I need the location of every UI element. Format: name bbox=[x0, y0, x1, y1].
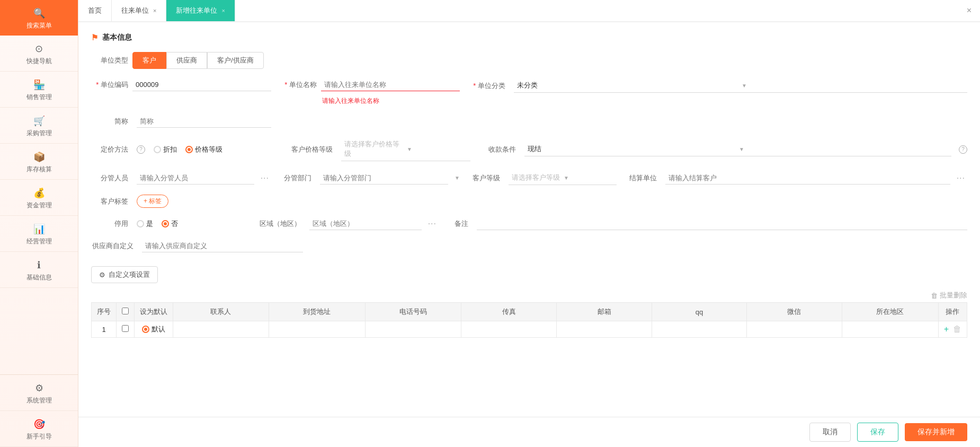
save-and-add-button[interactable]: 保存并新增 bbox=[905, 423, 967, 441]
region-more-icon[interactable]: ··· bbox=[426, 219, 439, 229]
tab-partners-label: 往来单位 bbox=[121, 6, 149, 15]
tab-new-partner-close[interactable]: × bbox=[221, 7, 225, 14]
row-default-radio[interactable] bbox=[142, 326, 149, 333]
supervisor-input[interactable] bbox=[137, 172, 254, 185]
customer-level-select[interactable]: 请选择客户等级 ▼ bbox=[509, 171, 617, 185]
row-checkbox[interactable] bbox=[122, 325, 129, 332]
add-tag-button[interactable]: + 标签 bbox=[137, 195, 168, 208]
table-header-row: 序号 设为默认 联系人 到货地址 电话号码 传真 邮箱 qq 微信 所在地区 操… bbox=[92, 303, 967, 321]
short-name-input[interactable] bbox=[137, 115, 271, 128]
customer-price-level-field: 客户价格等级 请选择客户价格等级 ▼ bbox=[290, 137, 470, 161]
sidebar-item-finance[interactable]: 💰 资金管理 bbox=[0, 180, 78, 216]
supervisor-more-icon[interactable]: ··· bbox=[259, 173, 271, 183]
row-address-input[interactable] bbox=[274, 326, 360, 334]
supervisor-label: 分管人员 bbox=[91, 173, 128, 183]
row-qq-input[interactable] bbox=[657, 326, 741, 334]
row-fax-input[interactable] bbox=[467, 326, 551, 334]
remark-input[interactable] bbox=[477, 217, 967, 230]
batch-delete-area: 🗑 批量删除 bbox=[91, 291, 967, 300]
payment-terms-value: 现结 bbox=[528, 144, 737, 154]
radio-no[interactable]: 否 bbox=[162, 219, 178, 229]
row-add-button[interactable]: + bbox=[944, 325, 949, 334]
btn-supplier[interactable]: 供应商 bbox=[166, 52, 207, 69]
radio-discount[interactable]: 折扣 bbox=[154, 145, 177, 154]
row-region-input[interactable] bbox=[848, 326, 933, 334]
sidebar-item-search[interactable]: 🔍 搜索菜单 bbox=[0, 0, 78, 36]
tab-bar: 首页 往来单位 × 新增往来单位 × × bbox=[78, 0, 980, 22]
settlement-unit-input[interactable] bbox=[665, 172, 950, 185]
contacts-table: 序号 设为默认 联系人 到货地址 电话号码 传真 邮箱 qq 微信 所在地区 操… bbox=[91, 302, 967, 338]
tab-home-label: 首页 bbox=[88, 6, 102, 15]
payment-terms-field: 收款条件 现结 ▼ ? bbox=[479, 142, 967, 156]
sys-mgmt-icon: ⚙ bbox=[35, 382, 43, 394]
payment-arrow-icon: ▼ bbox=[739, 146, 948, 152]
window-close-btn[interactable]: × bbox=[958, 6, 980, 15]
col-qq: qq bbox=[652, 303, 746, 321]
basic-info-icon: ℹ bbox=[37, 259, 41, 271]
unit-category-label: 单位分类 bbox=[468, 81, 505, 91]
cell-email bbox=[557, 321, 652, 338]
sidebar-item-purchase[interactable]: 🛒 采购管理 bbox=[0, 108, 78, 144]
pricing-help-icon[interactable]: ? bbox=[137, 145, 145, 154]
region-input[interactable] bbox=[309, 217, 422, 230]
supplier-custom-field: 供应商自定义 bbox=[91, 240, 303, 252]
payment-terms-select[interactable]: 现结 ▼ bbox=[524, 142, 951, 156]
table-row: 1 默认 bbox=[92, 321, 967, 338]
new-guide-icon: 🎯 bbox=[33, 418, 45, 430]
radio-yes-circle bbox=[137, 220, 144, 227]
row-phone-input[interactable] bbox=[371, 326, 456, 334]
customer-price-level-select[interactable]: 请选择客户价格等级 ▼ bbox=[341, 137, 470, 161]
operations-icon: 📊 bbox=[33, 223, 45, 235]
custom-settings-button[interactable]: ⚙ 自定义项设置 bbox=[91, 266, 158, 283]
col-check bbox=[117, 303, 135, 321]
cell-check bbox=[117, 321, 135, 338]
payment-help-icon[interactable]: ? bbox=[959, 145, 967, 154]
customer-level-placeholder: 请选择客户等级 bbox=[512, 173, 562, 182]
radio-yes[interactable]: 是 bbox=[137, 219, 153, 229]
unit-category-select[interactable]: 未分类 ▼ bbox=[514, 78, 967, 93]
sidebar-item-operations[interactable]: 📊 经营管理 bbox=[0, 216, 78, 252]
sidebar-item-quick-nav[interactable]: ⊙ 快捷导航 bbox=[0, 36, 78, 72]
sidebar-item-basic-info[interactable]: ℹ 基础信息 bbox=[0, 252, 78, 288]
region-label: 区域（地区） bbox=[259, 219, 301, 229]
tab-home[interactable]: 首页 bbox=[78, 0, 112, 21]
row-wechat-input[interactable] bbox=[752, 326, 836, 334]
save-button[interactable]: 保存 bbox=[857, 423, 898, 442]
row-email-input[interactable] bbox=[562, 326, 646, 334]
col-fax: 传真 bbox=[461, 303, 557, 321]
row-contact-input[interactable] bbox=[179, 326, 263, 334]
sidebar-sys-mgmt-label: 系统管理 bbox=[26, 396, 52, 405]
supplier-custom-input[interactable] bbox=[142, 240, 303, 252]
col-seq: 序号 bbox=[92, 303, 117, 321]
cell-qq bbox=[652, 321, 746, 338]
tab-new-partner-label: 新增往来单位 bbox=[176, 6, 217, 15]
unit-code-input[interactable] bbox=[132, 78, 271, 91]
tab-partners[interactable]: 往来单位 × bbox=[112, 0, 166, 21]
header-checkbox[interactable] bbox=[122, 308, 129, 314]
short-name-row: 简称 bbox=[91, 115, 967, 128]
btn-customer[interactable]: 客户 bbox=[132, 52, 166, 69]
cell-contact bbox=[173, 321, 269, 338]
radio-discount-circle bbox=[154, 146, 161, 153]
settlement-more-icon[interactable]: ··· bbox=[955, 173, 967, 183]
sidebar-item-new-guide[interactable]: 🎯 新手引导 bbox=[0, 411, 78, 447]
action-bar: 取消 保存 保存并新增 bbox=[78, 417, 980, 447]
department-input[interactable] bbox=[320, 172, 448, 185]
short-name-field: 简称 bbox=[91, 115, 271, 128]
sidebar-item-sys-mgmt[interactable]: ⚙ 系统管理 bbox=[0, 375, 78, 411]
tab-partners-close[interactable]: × bbox=[153, 7, 156, 14]
sidebar-item-inventory[interactable]: 📦 库存核算 bbox=[0, 144, 78, 180]
btn-customer-supplier[interactable]: 客户/供应商 bbox=[207, 52, 264, 69]
tab-new-partner[interactable]: 新增往来单位 × bbox=[166, 0, 235, 21]
radio-price-level-label: 价格等级 bbox=[195, 145, 222, 154]
radio-price-level[interactable]: 价格等级 bbox=[185, 145, 222, 154]
unit-name-input[interactable] bbox=[321, 78, 460, 91]
sidebar-new-guide-label: 新手引导 bbox=[26, 432, 52, 441]
cancel-button[interactable]: 取消 bbox=[809, 423, 851, 442]
add-tag-label: + 标签 bbox=[144, 197, 162, 206]
sidebar-item-sales[interactable]: 🏪 销售管理 bbox=[0, 72, 78, 108]
section-title-label: 基本信息 bbox=[102, 33, 132, 42]
unit-name-error: 请输入往来单位名称 bbox=[322, 97, 379, 106]
row-delete-button[interactable]: 🗑 bbox=[953, 325, 961, 334]
batch-delete-button[interactable]: 🗑 批量删除 bbox=[931, 291, 967, 300]
